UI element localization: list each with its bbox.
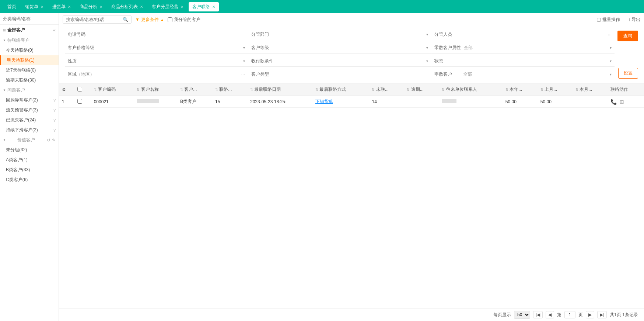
nav-home[interactable]: 首页 — [4, 2, 20, 11]
close-customer-contact-icon[interactable]: ✕ — [212, 5, 215, 9]
close-purchase-order-icon[interactable]: ✕ — [68, 5, 71, 9]
customer-level-select[interactable]: ▾ — [280, 46, 428, 50]
th-last-month[interactable]: ⇅ 上月... — [538, 83, 573, 96]
total-label: 共1页 1条记录 — [610, 312, 638, 318]
set-button[interactable]: 设置 — [618, 68, 638, 79]
first-page-btn[interactable]: |◀ — [533, 311, 543, 318]
th-last-date[interactable]: ⇅ 最后联络日期 — [247, 83, 312, 96]
retail-attr-select[interactable]: 全部 ▾ — [464, 45, 612, 51]
th-this-year[interactable]: ⇅ 本年... — [503, 83, 538, 96]
customer-table: ⚙ ⇅ 客户编码 ⇅ 客户名称 ⇅ 客户... ⇅ 联络... ⇅ 最后联络日期… — [59, 83, 644, 108]
batch-op-btn[interactable]: 批量操作 — [596, 17, 620, 23]
adv-cell-payment: 收付款条件 ▾ — [248, 56, 432, 67]
sidebar-item-declining[interactable]: 持续下滑客户(2) ? — [0, 125, 59, 135]
th-this-month[interactable]: ⇅ 本月... — [573, 83, 608, 96]
th-not-contacted[interactable]: ⇅ 未联... — [369, 83, 404, 96]
th-checkbox[interactable] — [74, 83, 91, 96]
all-customers-label[interactable]: 全部客户 — [7, 27, 53, 33]
nav-customer-contact[interactable]: 客户联络 ✕ — [189, 2, 219, 11]
sidebar-item-overdue[interactable]: 逾期未联络(30) — [0, 75, 59, 85]
cell-code: 000021 — [91, 96, 134, 108]
refresh-icon[interactable]: ↺ — [47, 138, 50, 143]
sidebar-collapse-icon[interactable]: « — [53, 27, 56, 33]
export-btn[interactable]: ↑ 导出 — [628, 17, 640, 23]
next-page-btn[interactable]: ▶ — [586, 311, 594, 318]
per-page-select[interactable]: 50 — [514, 311, 530, 319]
retail-customer-select[interactable]: 全部 ▾ — [463, 71, 612, 77]
my-customers-check[interactable] — [168, 17, 172, 22]
sidebar-item-unclassified[interactable]: 未分组(32) — [0, 145, 59, 155]
my-customers-checkbox[interactable]: 我分管的客户 — [168, 17, 200, 23]
th-settings[interactable]: ⚙ — [59, 83, 74, 96]
close-product-analysis-list-icon[interactable]: ✕ — [140, 5, 143, 9]
row-checkbox[interactable] — [77, 99, 82, 104]
select-all-checkbox[interactable] — [77, 87, 82, 92]
batch-check[interactable] — [597, 18, 601, 21]
adv-cell-price-level: 客户价格等级 ▾ — [65, 42, 248, 54]
cell-action: 📞 ⊞ — [608, 96, 644, 108]
filter-search-input[interactable] — [66, 17, 121, 22]
prev-page-btn[interactable]: ◀ — [546, 311, 554, 318]
sidebar-item-churned[interactable]: 已流失客户(24) ? — [0, 115, 59, 125]
close-sales-order-icon[interactable]: ✕ — [41, 5, 43, 9]
page-input[interactable] — [564, 311, 575, 318]
sidebar-item-class-a[interactable]: A类客户(1) — [0, 155, 59, 165]
nav-product-analysis[interactable]: 商品分析 ✕ — [76, 2, 106, 11]
status-chevron-icon: ▾ — [610, 59, 612, 63]
sidebar-item-today[interactable]: 今天待联络(0) — [0, 45, 59, 55]
adv-cell-customer-type: 客户类型 — [248, 69, 432, 80]
th-type[interactable]: ⇅ 客户... — [177, 83, 212, 96]
adv-row-4: 区域（地区） ··· 客户类型 零散客户 全部 ▾ — [65, 69, 615, 80]
status-select[interactable]: ▾ — [463, 59, 612, 63]
th-contact-count[interactable]: ⇅ 联络... — [212, 83, 247, 96]
th-action: 联络动作 — [608, 83, 644, 96]
close-product-analysis-icon[interactable]: ✕ — [99, 5, 102, 9]
th-unit-contact[interactable]: ⇅ 往来单位联系人 — [439, 83, 502, 96]
cell-checkbox[interactable] — [74, 96, 91, 108]
phone-action-icon[interactable]: 📞 — [610, 99, 617, 105]
grid-action-icon[interactable]: ⊞ — [620, 99, 624, 105]
person-dots-btn[interactable]: ··· — [608, 32, 612, 37]
edit-value-icon[interactable]: ✎ — [52, 138, 56, 143]
sidebar-item-class-c[interactable]: C类客户(6) — [0, 175, 59, 185]
sidebar-item-churn-warning[interactable]: 流失预警客户(3) ? — [0, 105, 59, 115]
sidebar-item-7days[interactable]: 近7天待联络(0) — [0, 65, 59, 75]
help-icon-0: ? — [53, 98, 56, 103]
last-page-btn[interactable]: ▶| — [597, 311, 607, 318]
nature-select[interactable]: ▾ — [97, 59, 245, 63]
th-overdue[interactable]: ⇅ 逾期... — [404, 83, 439, 96]
phone-input[interactable] — [97, 32, 245, 37]
sidebar-search-input[interactable] — [3, 16, 58, 21]
th-code[interactable]: ⇅ 客户编码 — [91, 83, 134, 96]
filter-search-icon[interactable]: 🔍 — [123, 17, 128, 22]
cell-last-date: 2023-05-23 18:25: — [247, 96, 312, 108]
retail-customer-chevron-icon: ▾ — [610, 72, 612, 76]
more-conditions-btn[interactable]: ▼ 更多条件 ▲ — [135, 17, 164, 23]
close-customer-segment-icon[interactable]: ✕ — [181, 5, 183, 9]
sidebar-item-class-b[interactable]: B类客户(33) — [0, 165, 59, 175]
payment-select[interactable]: ▾ — [280, 59, 428, 63]
cell-this-year: 50.00 — [503, 96, 538, 108]
customer-type-input[interactable] — [280, 72, 428, 77]
nav-sales-order[interactable]: 销货单 ✕ — [21, 2, 47, 11]
sidebar-item-abnormal-repurchase[interactable]: 回购异常客户(2) ? — [0, 95, 59, 105]
cell-last-method[interactable]: 下销货单 — [312, 96, 369, 108]
group-title-problem: 问题客户 — [0, 85, 59, 95]
adv-cell-region: 区域（地区） ··· — [65, 69, 248, 80]
nav-customer-segment[interactable]: 客户分层经营 ✕ — [148, 2, 187, 11]
content-area: 🔍 ▼ 更多条件 ▲ 我分管的客户 批量操作 ↑ 导出 — [59, 13, 644, 321]
adv-cell-nature: 性质 ▾ — [65, 56, 248, 67]
filter-bar: 🔍 ▼ 更多条件 ▲ 我分管的客户 批量操作 ↑ 导出 — [59, 13, 644, 26]
th-name[interactable]: ⇅ 客户名称 — [134, 83, 177, 96]
region-dots-btn[interactable]: ··· — [241, 72, 245, 77]
query-button[interactable]: 查询 — [617, 31, 638, 41]
sidebar-item-tomorrow[interactable]: 明天待联络(1) — [0, 55, 59, 65]
nav-purchase-order[interactable]: 进货单 ✕ — [49, 2, 74, 11]
th-last-method[interactable]: ⇅ 最后联络方式 — [312, 83, 369, 96]
group-title-value: 价值客户 ↺ ✎ — [0, 135, 59, 145]
nav-product-analysis-list[interactable]: 商品分析列表 ✕ — [108, 2, 147, 11]
action-icons: 📞 ⊞ — [610, 99, 641, 105]
price-level-select[interactable]: ▾ — [97, 46, 245, 50]
adv-cell-phone: 电话号码 — [65, 29, 248, 40]
dept-select[interactable]: ▾ — [280, 32, 428, 37]
